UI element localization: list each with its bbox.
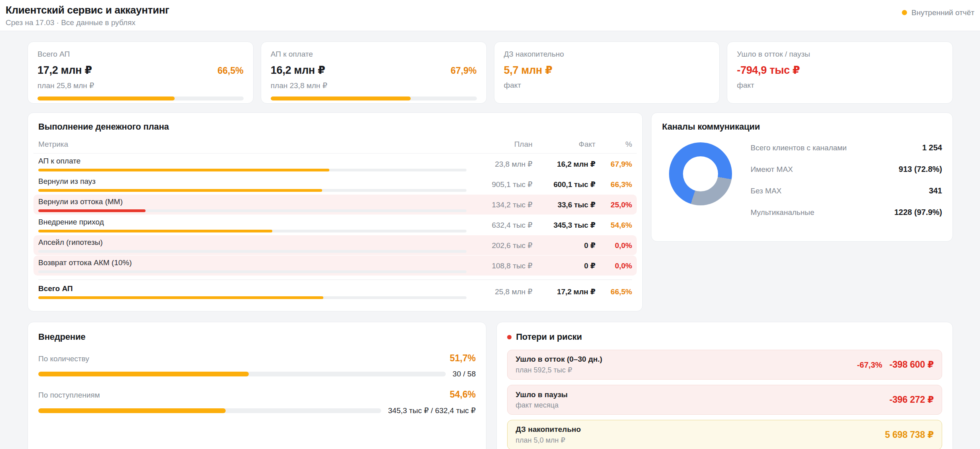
channel-value: 341 (929, 186, 942, 195)
plan-cell: 905,1 тыс ₽ (466, 180, 532, 189)
column-header-percent: % (595, 140, 632, 149)
kpi-percent: 66,5% (218, 65, 244, 76)
risk-name: Ушло в отток (0–30 дн.) (516, 355, 602, 364)
kpi-value-row: 17,2 млн ₽ 66,5% (37, 64, 244, 77)
metric-progress-track (38, 250, 466, 253)
page-header: Клиентский сервис и аккаунтинг Срез на 1… (0, 0, 980, 31)
fact-cell: 33,6 тыс ₽ (532, 200, 595, 209)
metric-progress-track (38, 296, 466, 299)
kpi-value-row: 5,7 млн ₽ (504, 64, 710, 77)
table-row: Вернули из оттока (ММ) 134,2 тыс ₽ 33,6 … (33, 195, 637, 215)
kpi-label: ДЗ накопительно (504, 50, 710, 59)
kpi-value-row: -794,9 тыс ₽ (737, 64, 943, 77)
row-implementation-risks: Внедрение По количеству 51,7% 30 / 58 (28, 322, 953, 449)
kpi-sub: факт (737, 81, 943, 90)
risk-name: Ушло в паузы (516, 390, 568, 399)
column-header-fact: Факт (532, 140, 595, 149)
page-title: Клиентский сервис и аккаунтинг (6, 4, 169, 16)
page-subtitle: Срез на 17.03 · Все данные в рублях (6, 18, 169, 27)
plan-table-title: Выполнение денежного плана (38, 122, 632, 132)
risk-card-right: 5 698 738 ₽ (885, 429, 934, 440)
implementation-panel: Внедрение По количеству 51,7% 30 / 58 (28, 322, 486, 449)
kpi-progress-fill (37, 96, 175, 100)
kpi-label: Ушло в отток / паузы (737, 50, 943, 59)
metric-cell: АП к оплате (38, 157, 466, 171)
risk-amount: 5 698 738 ₽ (885, 429, 934, 440)
implementation-detail: 345,3 тыс ₽ / 632,4 тыс ₽ (388, 406, 476, 415)
metric-progress-fill (38, 209, 146, 212)
kpi-card: АП к оплате 16,2 млн ₽ 67,9% план 23,8 м… (261, 41, 487, 104)
kpi-sub: план 25,8 млн ₽ (37, 81, 244, 90)
kpi-card: ДЗ накопительно 5,7 млн ₽ факт (494, 41, 720, 104)
plan-cell: 108,8 тыс ₽ (466, 261, 532, 270)
implementation-head: По количеству 51,7% (38, 353, 476, 364)
channel-row: Мультиканальные 1228 (97.9%) (750, 208, 942, 217)
kpi-progress-fill (271, 96, 411, 100)
channels-list: Всего клиентов с каналами 1 254 Имеют MA… (750, 143, 942, 229)
plan-cell: 23,8 млн ₽ (466, 160, 532, 169)
risk-amount: -398 600 ₽ (889, 359, 934, 370)
metric-progress-track (38, 230, 466, 232)
kpi-row: Всего АП 17,2 млн ₽ 66,5% план 25,8 млн … (28, 41, 953, 104)
implementation-percent: 51,7% (450, 353, 476, 364)
plan-cell: 202,6 тыс ₽ (466, 241, 532, 250)
risk-card-left: Ушло в паузы факт месяца (516, 390, 568, 410)
alert-dot-icon (507, 335, 512, 339)
table-row: Внедрение приход 632,4 тыс ₽ 345,3 тыс ₽… (33, 215, 637, 235)
report-badge-label: Внутренний отчёт (911, 8, 974, 17)
channel-row: Имеют MAX 913 (72.8%) (750, 165, 942, 174)
kpi-sub: план 23,8 млн ₽ (271, 81, 477, 90)
metric-cell: Вернули из оттока (ММ) (38, 197, 466, 212)
channel-label: Без MAX (750, 187, 781, 195)
implementation-block: По поступлениям 54,6% 345,3 тыс ₽ / 632,… (38, 389, 476, 415)
kpi-percent: 67,9% (451, 65, 476, 76)
report-badge: Внутренний отчёт (902, 8, 974, 17)
risks-title: Потери и риски (516, 332, 582, 342)
implementation-progress-fill (38, 372, 249, 376)
percent-cell: 0,0% (595, 262, 632, 270)
column-header-metric: Метрика (38, 140, 466, 149)
channel-row: Без MAX 341 (750, 186, 942, 195)
implementation-progress-fill (38, 408, 226, 413)
metric-progress-fill (38, 230, 272, 232)
content: Всего АП 17,2 млн ₽ 66,5% план 25,8 млн … (0, 31, 980, 449)
fact-cell: 345,3 тыс ₽ (532, 221, 595, 230)
metric-progress-track (38, 189, 466, 192)
metric-label: Всего АП (38, 284, 466, 293)
metric-progress-fill (38, 169, 329, 171)
channel-value: 913 (72.8%) (899, 165, 942, 174)
implementation-progress-track (38, 372, 446, 376)
metric-label: Возврат оттока АКМ (10%) (38, 258, 466, 267)
risk-card: ДЗ накопительно план 5,0 млн ₽ 5 698 738… (507, 420, 942, 449)
metric-progress-track (38, 209, 466, 212)
risk-sub: план 592,5 тыс ₽ (516, 366, 602, 374)
channel-value: 1 254 (922, 143, 942, 152)
metric-progress-track (38, 169, 466, 171)
metric-label: АП к оплате (38, 157, 466, 165)
fact-cell: 17,2 млн ₽ (532, 287, 595, 296)
channels-body: Всего клиентов с каналами 1 254 Имеют MA… (662, 142, 942, 229)
fact-cell: 0 ₽ (532, 261, 595, 270)
risks-panel: Потери и риски Ушло в отток (0–30 дн.) п… (496, 322, 953, 449)
implementation-label: По поступлениям (38, 391, 100, 400)
channel-value: 1228 (97.9%) (894, 208, 942, 217)
fact-cell: 16,2 млн ₽ (532, 160, 595, 169)
table-row: Возврат оттока АКМ (10%) 108,8 тыс ₽ 0 ₽… (33, 256, 637, 276)
metric-cell: Внедрение приход (38, 218, 466, 232)
header-left: Клиентский сервис и аккаунтинг Срез на 1… (6, 4, 169, 27)
total-divider (38, 280, 632, 280)
kpi-label: АП к оплате (271, 50, 477, 59)
kpi-value-row: 16,2 млн ₽ 67,9% (271, 64, 477, 77)
metric-progress-fill (38, 189, 322, 192)
risk-percent: -67,3% (857, 360, 882, 370)
implementation-bar-row: 30 / 58 (38, 370, 476, 378)
implementation-bar-row: 345,3 тыс ₽ / 632,4 тыс ₽ (38, 406, 476, 415)
percent-cell: 54,6% (595, 221, 632, 230)
risk-card-right: -67,3% -398 600 ₽ (857, 359, 934, 370)
table-total-row: Всего АП 25,8 млн ₽ 17,2 млн ₽ 66,5% (33, 282, 637, 301)
risk-name: ДЗ накопительно (516, 425, 581, 434)
implementation-head: По поступлениям 54,6% (38, 389, 476, 400)
metric-progress-track (38, 270, 466, 273)
plan-table-panel: Выполнение денежного плана Метрика План … (28, 112, 643, 311)
table-row: АП к оплате 23,8 млн ₽ 16,2 млн ₽ 67,9% (33, 154, 637, 174)
